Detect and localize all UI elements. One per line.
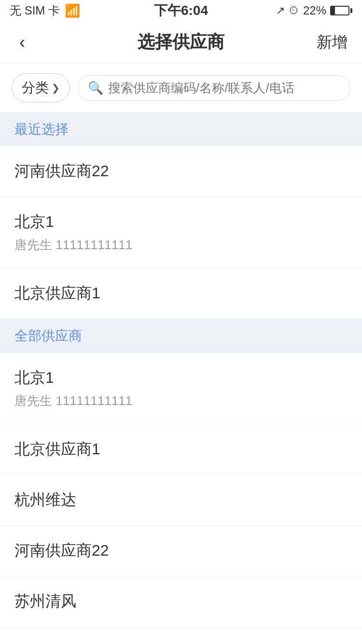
page-title: 选择供应商 bbox=[138, 30, 224, 54]
all-items-list: 北京1 唐先生 11111111111 北京供应商1 杭州维达 河南供应商22 … bbox=[0, 353, 362, 627]
all-list-item[interactable]: 苏州清风 bbox=[0, 576, 362, 627]
recent-section-header: 最近选择 bbox=[0, 112, 362, 146]
battery-icon bbox=[330, 6, 352, 15]
item-name: 苏州清风 bbox=[14, 591, 348, 612]
all-section-label: 全部供应商 bbox=[14, 328, 82, 343]
battery-percent: 22% bbox=[303, 4, 326, 17]
chevron-right-icon: ❯ bbox=[52, 82, 60, 94]
item-name: 河南供应商22 bbox=[14, 540, 348, 561]
add-button[interactable]: 新增 bbox=[317, 32, 348, 53]
all-list-item[interactable]: 杭州维达 bbox=[0, 475, 362, 526]
status-left: 无 SIM 卡 📶 bbox=[10, 3, 80, 18]
item-sub: 唐先生 11111111111 bbox=[14, 237, 348, 253]
all-list-item[interactable]: 北京1 唐先生 11111111111 bbox=[0, 353, 362, 424]
search-icon: 🔍 bbox=[88, 81, 103, 96]
item-name: 北京供应商1 bbox=[14, 283, 348, 304]
status-right: ↗ ⏲ 22% bbox=[276, 4, 352, 17]
recent-list-item[interactable]: 河南供应商22 bbox=[0, 146, 362, 197]
all-list-item[interactable]: 北京供应商1 bbox=[0, 424, 362, 475]
back-button[interactable]: ‹ bbox=[14, 28, 30, 57]
item-name: 杭州维达 bbox=[14, 490, 348, 511]
status-bar: 无 SIM 卡 📶 下午6:04 ↗ ⏲ 22% bbox=[0, 0, 362, 21]
item-name: 北京1 bbox=[14, 211, 348, 233]
all-section-header: 全部供应商 bbox=[0, 319, 362, 353]
sim-label: 无 SIM 卡 bbox=[10, 3, 60, 18]
search-input[interactable] bbox=[108, 81, 340, 96]
item-name: 北京1 bbox=[14, 367, 348, 389]
item-sub: 唐先生 11111111111 bbox=[14, 392, 348, 409]
item-name: 河南供应商22 bbox=[14, 161, 348, 182]
item-name: 北京供应商1 bbox=[14, 439, 348, 460]
recent-list-item[interactable]: 北京1 唐先生 11111111111 bbox=[0, 197, 362, 268]
nav-bar: ‹ 选择供应商 新增 bbox=[0, 21, 362, 64]
status-time: 下午6:04 bbox=[154, 1, 208, 20]
category-button[interactable]: 分类 ❯ bbox=[12, 73, 70, 102]
recent-section-label: 最近选择 bbox=[14, 122, 69, 137]
alarm-icon: ⏲ bbox=[289, 4, 299, 17]
location-icon: ↗ bbox=[276, 4, 285, 17]
recent-items-list: 河南供应商22 北京1 唐先生 11111111111 北京供应商1 bbox=[0, 146, 362, 319]
wifi-icon: 📶 bbox=[65, 3, 80, 18]
category-label: 分类 bbox=[22, 79, 49, 97]
all-list-item[interactable]: 河南供应商22 bbox=[0, 526, 362, 576]
filter-bar: 分类 ❯ 🔍 bbox=[0, 64, 362, 112]
recent-list-item[interactable]: 北京供应商1 bbox=[0, 268, 362, 319]
search-box[interactable]: 🔍 bbox=[78, 75, 350, 101]
